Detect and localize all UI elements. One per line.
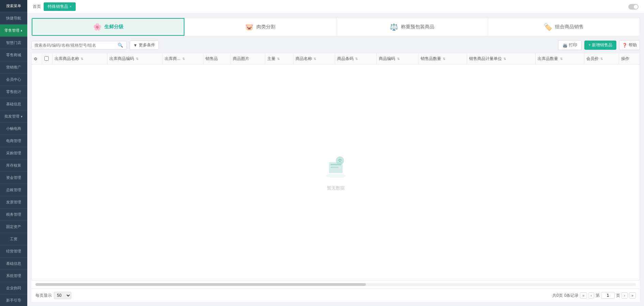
th-sales-item[interactable]: 销售品	[203, 53, 231, 65]
th-weight[interactable]: 主量 ⇅	[265, 53, 293, 65]
select-all-checkbox[interactable]	[44, 56, 49, 61]
search-icon[interactable]: 🔍	[118, 43, 123, 48]
table-container: ⚙ 出库商品名称 ⇅ 出库商品编码 ⇅ 出库商.	[31, 53, 640, 280]
sort-icon-9: ⇅	[504, 57, 506, 61]
data-table: ⚙ 出库商品名称 ⇅ 出库商品编码 ⇅ 出库商.	[32, 53, 640, 65]
sort-icon-11: ⇅	[600, 57, 603, 61]
next-page-button[interactable]: ›	[621, 292, 628, 299]
th-sales-qty[interactable]: 销售品数量 ⇅	[418, 53, 467, 65]
sidebar-item-inventory[interactable]: 库存核算	[0, 159, 27, 172]
sidebar-item-system-mgmt[interactable]: 系统管理	[0, 270, 27, 282]
sidebar-item-tax-mgmt[interactable]: 税务管理	[0, 209, 27, 221]
th-settings[interactable]: ⚙	[32, 53, 42, 65]
sort-icon-6: ⇅	[355, 57, 358, 61]
sidebar-item-ledger-mgmt[interactable]: 总账管理	[0, 184, 27, 196]
add-sales-item-button[interactable]: + 新增销售品	[584, 41, 616, 50]
sidebar-item-ecom-mgmt[interactable]: 电商管理	[0, 135, 27, 147]
sidebar-item-retail-mgmt[interactable]: 零售管理 ▲	[0, 25, 27, 37]
sidebar-item-wholesale-mgmt[interactable]: 批发管理 ▼	[0, 110, 27, 123]
filter-button[interactable]: ▼ 更多条件	[130, 41, 159, 50]
tab-combo-sales[interactable]: 🏷️ 组合商品销售	[488, 18, 640, 36]
filter-icon: ▼	[133, 43, 137, 48]
th-product-code[interactable]: 商品编码 ⇅	[377, 53, 418, 65]
horizontal-scrollbar[interactable]	[35, 283, 636, 286]
sidebar-item-basic-info2[interactable]: 基础信息	[0, 258, 27, 270]
sidebar-item-capital-mgmt[interactable]: 资金管理	[0, 172, 27, 184]
top-bar-right	[628, 4, 639, 10]
tab-combo-sales-label: 组合商品销售	[555, 24, 584, 30]
svg-rect-3	[330, 167, 339, 168]
tab-fresh-grade-label: 生鲜分级	[104, 24, 123, 30]
sort-icon-5: ⇅	[314, 57, 316, 61]
scrollbar-thumb[interactable]	[35, 283, 366, 286]
th-sales-unit[interactable]: 销售商品计量单位 ⇅	[467, 53, 535, 65]
sidebar-item-basic-info[interactable]: 基础信息	[0, 98, 27, 110]
tab-fresh-grade[interactable]: 🌸 生鲜分级	[32, 18, 184, 36]
th-out-qty[interactable]: 出库品数量 ⇅	[536, 53, 584, 65]
sidebar-item-smart-store[interactable]: 智慧门店	[0, 37, 27, 49]
th-member-price[interactable]: 会员价 ⇅	[584, 53, 619, 65]
bottom-scroll-area	[31, 280, 640, 289]
th-out-product-extra[interactable]: 出库商... ⇅	[163, 53, 203, 65]
search-input[interactable]	[34, 43, 116, 48]
sidebar-item-sales-promo[interactable]: 营销推广	[0, 61, 27, 74]
th-out-product-name[interactable]: 出库商品名称 ⇅	[52, 53, 107, 65]
sidebar-item-invoice-mgmt[interactable]: 发票管理	[0, 196, 27, 209]
top-bar: 首页 特殊销售品 ×	[27, 0, 644, 14]
first-page-button[interactable]: «	[580, 292, 587, 299]
sidebar-item-retail-stats[interactable]: 零售统计	[0, 86, 27, 98]
close-tab-icon[interactable]: ×	[70, 5, 72, 9]
total-pages-label: 共0页	[552, 293, 563, 299]
page-number-input[interactable]	[601, 292, 615, 299]
pagination-bar: 每页显示 50 10 20 100 共0页 0条记录 « ‹ 第 页 › »	[31, 289, 640, 302]
sidebar-item-operation-mgmt[interactable]: 经营管理	[0, 245, 27, 258]
empty-state-illustration	[322, 154, 349, 181]
svg-point-0	[326, 174, 346, 178]
toggle-switch[interactable]	[628, 4, 639, 10]
sidebar-item-quick-nav[interactable]: 快捷导航	[0, 12, 27, 25]
sort-icon-8: ⇅	[443, 57, 446, 61]
th-product-name[interactable]: 商品名称 ⇅	[293, 53, 335, 65]
sidebar-item-fixed-assets[interactable]: 固定资产	[0, 221, 27, 233]
sidebar-logo[interactable]: 搜索菜单	[0, 0, 27, 12]
search-box[interactable]: 🔍	[31, 41, 127, 49]
last-page-button[interactable]: »	[629, 292, 636, 299]
tab-meat-cut-label: 肉类分割	[256, 24, 275, 30]
weight-prepack-icon: ⚖️	[390, 23, 398, 31]
sidebar-item-purchase-mgmt[interactable]: 采购管理	[0, 147, 27, 159]
svg-point-5	[339, 160, 341, 162]
sidebar-item-enterprise-coop[interactable]: 企业协同	[0, 282, 27, 294]
sort-icon: ⇅	[81, 57, 84, 61]
th-checkbox[interactable]	[42, 53, 52, 65]
tab-weight-prepack[interactable]: ⚖️ 称重预包装商品	[336, 18, 488, 36]
main-content: 首页 特殊销售品 × 🌸 生鲜分级 🐷 肉类分割 ⚖️ 称重预包装商品	[27, 0, 644, 306]
table-header: ⚙ 出库商品名称 ⇅ 出库商品编码 ⇅ 出库商.	[32, 53, 640, 65]
toolbar: 🔍 ▼ 更多条件 🖨️ 打印 + 新增销售品 ❓ 帮助	[31, 40, 640, 50]
print-button[interactable]: 🖨️ 打印	[558, 40, 582, 50]
sidebar-item-mini-ecom[interactable]: 小畅电商	[0, 123, 27, 135]
prev-page-button[interactable]: ‹	[588, 292, 595, 299]
sort-icon-2: ⇅	[136, 57, 139, 61]
print-icon: 🖨️	[563, 43, 568, 48]
th-action: 操作	[619, 53, 640, 65]
help-button[interactable]: ❓ 帮助	[619, 40, 640, 50]
th-product-image[interactable]: 商品图片	[231, 53, 265, 65]
sidebar-item-newbie-guide[interactable]: 新手引导	[0, 294, 27, 306]
sidebar-item-member-center[interactable]: 会员中心	[0, 74, 27, 86]
per-page-label: 每页显示	[35, 293, 52, 299]
sidebar-item-retail-mall[interactable]: 零售商城	[0, 49, 27, 61]
page-label: 第	[596, 293, 600, 299]
home-breadcrumb[interactable]: 首页	[33, 4, 41, 10]
total-records-label: 0条记录	[564, 293, 579, 299]
th-product-barcode[interactable]: 商品条码 ⇅	[335, 53, 376, 65]
sort-icon-4: ⇅	[277, 57, 280, 61]
fresh-grade-icon: 🌸	[93, 23, 102, 31]
tab-meat-cut[interactable]: 🐷 肉类分割	[184, 18, 336, 36]
chevron-down-icon: ▲	[20, 29, 23, 32]
active-tab[interactable]: 特殊销售品 ×	[44, 2, 76, 11]
sidebar-item-payroll[interactable]: 工资	[0, 233, 27, 245]
per-page-select[interactable]: 50 10 20 100	[54, 292, 71, 299]
help-icon: ❓	[622, 43, 627, 48]
print-label: 打印	[569, 42, 577, 48]
th-out-product-code[interactable]: 出库商品编码 ⇅	[107, 53, 163, 65]
